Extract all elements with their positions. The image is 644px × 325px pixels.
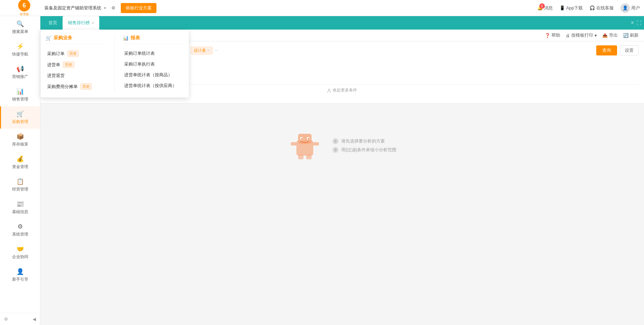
purchase-col: 🛒 采购业务 采购订单 历史 进货单 历史 进货退货 采购费用分摊单 历史 — [46, 35, 106, 92]
empty-illustration — [288, 130, 322, 161]
app-download-label: App下载 — [566, 5, 583, 11]
sidebar-item-finance[interactable]: 💰 资金管理 — [0, 151, 40, 174]
sidebar-collapse-icon[interactable]: ◀ — [33, 317, 36, 322]
empty-tip-1: ① 请先选择要分析的方案 — [332, 138, 396, 144]
finance-icon: 💰 — [16, 155, 24, 163]
tab-home[interactable]: 首页 — [43, 16, 63, 30]
sidebar-item-basic-info[interactable]: 📰 基础信息 — [0, 196, 40, 219]
refresh-label: 刷新 — [630, 32, 639, 38]
tip2-text: 用[过滤]条件来缩小分析范围 — [341, 147, 396, 153]
refresh-button[interactable]: 🔄 刷新 — [623, 32, 639, 38]
sidebar-marketing-label: 营销推广 — [12, 74, 28, 80]
search-icon: 🔍 — [16, 20, 24, 28]
empty-tip-2: ② 用[过滤]条件来缩小分析范围 — [332, 147, 396, 153]
report-col-title-text: 报表 — [131, 35, 140, 41]
sidebar-system-label: 系统管理 — [12, 232, 28, 237]
app-download-item[interactable]: 📱 App下载 — [560, 5, 583, 11]
tab-window-close[interactable]: × — [631, 20, 634, 26]
purchase-col-icon: 🛒 — [46, 35, 51, 41]
sidebar-stock-label: 库存核算 — [12, 141, 28, 147]
title-dropdown-arrow[interactable]: ▾ — [104, 6, 106, 10]
dropdown-item-purchase-return[interactable]: 进货退货 — [46, 70, 106, 81]
notification-label: 消息 — [544, 5, 553, 11]
sidebar-item-quick-nav[interactable]: ⚡ 快捷导航 — [0, 39, 40, 61]
empty-state: ① 请先选择要分析的方案 ② 用[过滤]条件来缩小分析范围 — [40, 104, 644, 188]
purchase-order-label: 采购订单 — [47, 51, 65, 57]
logo-text: 标准版 — [20, 12, 29, 16]
report-order-stat-label: 采购订单统计表 — [124, 50, 155, 56]
tab-bar: 首页 销售排行榜 × × ⛶ — [40, 16, 644, 30]
export-icon: 📤 — [602, 33, 608, 38]
dropdown-item-purchase-expense[interactable]: 采购费用分摊单 历史 — [46, 81, 106, 92]
col-divider — [114, 35, 115, 92]
purchase-icon: 🛒 — [16, 110, 24, 118]
tab-sales-rank-label: 销售排行榜 — [68, 20, 90, 26]
tab-sales-rank[interactable]: 销售排行榜 × — [63, 16, 99, 30]
help-button[interactable]: ❓ 帮助 — [545, 32, 560, 38]
bell-icon-wrap: 🔔 5 — [537, 5, 543, 10]
query-button[interactable]: 查询 — [596, 45, 617, 55]
help-icon: ❓ — [545, 33, 550, 38]
settings-icon-btn[interactable]: ⚙ — [109, 3, 118, 13]
goods-tag-close[interactable]: × — [207, 48, 210, 53]
empty-robot-svg — [288, 130, 322, 161]
dropdown-item-purchase-order[interactable]: 采购订单 历史 — [46, 48, 106, 59]
sidebar-operations-label: 经营管理 — [12, 187, 28, 192]
newbie-icon: 👤 — [16, 268, 24, 275]
sidebar-settings-icon[interactable]: ⚙ — [4, 317, 8, 322]
dropdown-item-report-order-exec[interactable]: 采购订单执行表 — [123, 59, 183, 70]
sidebar-item-sales[interactable]: 📊 销售管理 — [0, 84, 40, 106]
sidebar-item-purchase[interactable]: 🛒 采购管理 — [0, 106, 40, 129]
report-col-title: 📊 报表 — [123, 35, 183, 44]
purchase-col-title-text: 采购业务 — [53, 35, 72, 41]
sidebar-item-operations[interactable]: 📋 经营管理 — [0, 174, 40, 196]
print-label: 按模板打印 — [571, 32, 593, 38]
sidebar-item-newbie[interactable]: 👤 新手引导 — [0, 264, 40, 286]
tip2-num: ② — [332, 147, 338, 153]
tab-right-controls: × ⛶ — [631, 20, 641, 26]
user-label: 用户 — [631, 5, 640, 11]
online-service-item[interactable]: 🎧 在线客服 — [589, 5, 614, 11]
purchase-order-history[interactable]: 历史 — [67, 50, 79, 57]
quick-nav-icon: ⚡ — [16, 43, 24, 50]
tab-close-icon[interactable]: × — [92, 21, 94, 25]
sidebar-purchase-label: 采购管理 — [12, 119, 28, 125]
marketing-icon: 📢 — [16, 65, 24, 73]
purchase-inbound-history[interactable]: 历史 — [63, 62, 74, 68]
enterprise-icon: 🤝 — [16, 245, 24, 253]
operations-icon: 📋 — [16, 178, 24, 185]
user-item[interactable]: 👤 用户 — [620, 3, 640, 13]
notifications-item[interactable]: 🔔 5 消息 — [537, 5, 553, 11]
export-button[interactable]: 📤 导出 — [602, 32, 618, 38]
empty-tips: ① 请先选择要分析的方案 ② 用[过滤]条件来缩小分析范围 — [332, 138, 396, 153]
collapse-label: 收起更多条件 — [333, 87, 357, 93]
sidebar-item-system[interactable]: ⚙ 系统管理 — [0, 219, 40, 241]
dropdown-item-report-inbound-supplier[interactable]: 进货单统计表（按供应商） — [123, 80, 183, 91]
svg-rect-9 — [306, 155, 312, 159]
dropdown-item-purchase-inbound[interactable]: 进货单 历史 — [46, 59, 106, 70]
set-button[interactable]: 设置 — [620, 45, 639, 55]
sidebar-item-enterprise[interactable]: 🤝 企业协同 — [0, 241, 40, 264]
svg-rect-7 — [313, 142, 319, 146]
sidebar-item-stock[interactable]: 📦 库存核算 — [0, 129, 40, 151]
sidebar-search-label: 搜索菜单 — [12, 29, 28, 35]
sidebar-sales-label: 销售管理 — [12, 96, 28, 102]
top-right: 🔔 5 消息 📱 App下载 🎧 在线客服 👤 用户 — [537, 3, 640, 13]
avatar-icon: 👤 — [620, 3, 630, 13]
stock-icon: 📦 — [16, 133, 24, 140]
print-button[interactable]: 🖨 按模板打印 ▾ — [566, 32, 597, 38]
sidebar-finance-label: 资金管理 — [12, 164, 28, 170]
export-label: 导出 — [609, 32, 618, 38]
report-inbound-goods-label: 进货单统计表（按商品） — [124, 72, 172, 78]
purchase-expense-history[interactable]: 历史 — [80, 83, 92, 90]
sidebar-enterprise-label: 企业协同 — [12, 254, 28, 260]
sidebar-item-marketing[interactable]: 📢 营销推广 — [0, 61, 40, 84]
purchase-dropdown: 🛒 采购业务 采购订单 历史 进货单 历史 进货退货 采购费用分摊单 历史 📊 … — [40, 30, 189, 97]
dropdown-item-report-order-stat[interactable]: 采购订单统计表 — [123, 48, 183, 59]
goods-more[interactable]: ··· — [215, 48, 218, 53]
tab-window-expand[interactable]: ⛶ — [637, 20, 641, 26]
industry-button[interactable]: 体验行业方案 — [121, 3, 156, 13]
dropdown-item-report-inbound-goods[interactable]: 进货单统计表（按商品） — [123, 70, 183, 80]
svg-rect-8 — [298, 155, 303, 159]
sidebar-item-search[interactable]: 🔍 搜索菜单 — [0, 16, 40, 39]
